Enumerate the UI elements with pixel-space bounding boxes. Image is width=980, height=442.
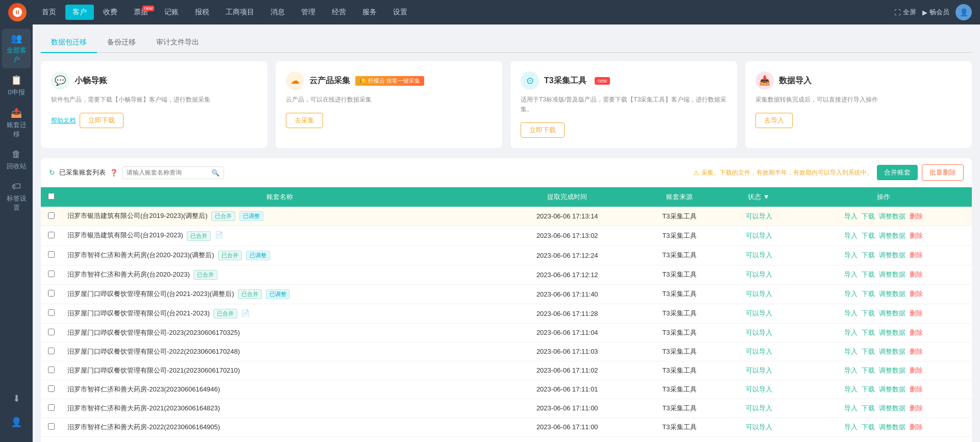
row-checkbox[interactable] [48, 366, 55, 373]
nav-item-business[interactable]: 工商项目 [218, 5, 261, 20]
action-删除[interactable]: 删除 [910, 271, 923, 278]
action-删除[interactable]: 删除 [910, 404, 923, 412]
nav-item-operation[interactable]: 经营 [325, 5, 353, 20]
row-checkbox[interactable] [48, 309, 55, 316]
action-调整数据[interactable]: 调整数据 [879, 348, 905, 355]
member-btn[interactable]: ▶ 畅会员 [922, 8, 949, 17]
action-调整数据[interactable]: 调整数据 [879, 329, 905, 336]
action-删除[interactable]: 删除 [910, 348, 923, 355]
action-删除[interactable]: 删除 [910, 423, 923, 431]
row-checkbox[interactable] [48, 423, 55, 430]
action-调整数据[interactable]: 调整数据 [879, 423, 905, 431]
row-checkbox[interactable] [48, 385, 55, 392]
row-checkbox[interactable] [48, 404, 55, 411]
sidebar-item-zero-report[interactable]: 📋 0申报 [2, 70, 31, 101]
nav-item-tax[interactable]: 报税 [188, 5, 216, 20]
go-collect-btn[interactable]: 去采集 [286, 113, 323, 128]
action-导入[interactable]: 导入 [844, 251, 857, 259]
go-import-btn[interactable]: 去导入 [755, 113, 793, 128]
action-下载[interactable]: 下载 [862, 309, 875, 317]
action-下载[interactable]: 下载 [862, 423, 875, 431]
action-删除[interactable]: 删除 [910, 251, 923, 259]
action-下载[interactable]: 下载 [862, 251, 875, 259]
nav-item-accounting[interactable]: 记账 [157, 5, 186, 20]
action-删除[interactable]: 删除 [910, 290, 923, 298]
action-下载[interactable]: 下载 [862, 329, 875, 336]
user-avatar[interactable]: 👤 [955, 4, 972, 20]
action-下载[interactable]: 下载 [862, 366, 875, 374]
action-调整数据[interactable]: 调整数据 [879, 366, 905, 374]
action-删除[interactable]: 删除 [910, 385, 923, 393]
col-checkbox[interactable] [41, 187, 61, 207]
sidebar-item-all-clients[interactable]: 👥 全部客户 [2, 29, 31, 68]
help-icon[interactable]: ❓ [110, 169, 118, 177]
action-导入[interactable]: 导入 [844, 423, 857, 431]
sidebar-item-recycle[interactable]: 🗑 回收站 [2, 145, 31, 175]
search-input[interactable] [127, 169, 209, 176]
action-导入[interactable]: 导入 [844, 212, 857, 220]
action-调整数据[interactable]: 调整数据 [879, 309, 905, 317]
sidebar-item-account-migration[interactable]: 📤 账套迁移 [2, 103, 31, 143]
action-导入[interactable]: 导入 [844, 348, 857, 355]
row-checkbox[interactable] [48, 232, 55, 238]
batch-delete-btn[interactable]: 批量删除 [922, 164, 964, 181]
action-删除[interactable]: 删除 [910, 232, 923, 239]
search-icon[interactable]: 🔍 [211, 169, 219, 177]
action-导入[interactable]: 导入 [844, 366, 857, 374]
download-now-btn[interactable]: 立即下载 [80, 113, 124, 128]
action-下载[interactable]: 下载 [862, 271, 875, 278]
nav-item-message[interactable]: 消息 [263, 5, 292, 20]
nav-item-settings[interactable]: 设置 [386, 5, 414, 20]
app-logo[interactable] [8, 3, 27, 21]
merge-account-btn[interactable]: 合并账套 [877, 165, 918, 180]
sidebar-item-tag-settings[interactable]: 🏷 标签设置 [2, 177, 31, 216]
action-删除[interactable]: 删除 [910, 212, 923, 220]
action-调整数据[interactable]: 调整数据 [879, 404, 905, 412]
sidebar-item-user[interactable]: 👤 [2, 412, 31, 432]
action-下载[interactable]: 下载 [862, 212, 875, 220]
action-导入[interactable]: 导入 [844, 385, 857, 393]
file-icon[interactable]: 📄 [241, 309, 250, 317]
help-doc-link[interactable]: 帮助文档 [51, 116, 76, 125]
tab-data-migration[interactable]: 数据包迁移 [41, 33, 97, 53]
action-删除[interactable]: 删除 [910, 329, 923, 336]
nav-item-invoice[interactable]: 票据new [127, 5, 155, 20]
fullscreen-btn[interactable]: ⛶ 全屏 [894, 8, 916, 17]
action-删除[interactable]: 删除 [910, 366, 923, 374]
action-下载[interactable]: 下载 [862, 290, 875, 298]
row-checkbox[interactable] [48, 348, 55, 354]
action-调整数据[interactable]: 调整数据 [879, 385, 905, 393]
row-checkbox[interactable] [48, 290, 55, 297]
t3-download-btn[interactable]: 立即下载 [521, 122, 565, 138]
action-下载[interactable]: 下载 [862, 232, 875, 239]
nav-item-billing[interactable]: 收费 [96, 5, 125, 20]
action-导入[interactable]: 导入 [844, 232, 857, 239]
nav-item-manage[interactable]: 管理 [294, 5, 323, 20]
refresh-icon[interactable]: ↻ [49, 168, 55, 177]
row-checkbox[interactable] [48, 271, 55, 277]
action-调整数据[interactable]: 调整数据 [879, 212, 905, 220]
action-下载[interactable]: 下载 [862, 385, 875, 393]
action-导入[interactable]: 导入 [844, 404, 857, 412]
select-all-checkbox[interactable] [48, 193, 55, 200]
tab-audit-export[interactable]: 审计文件导出 [146, 33, 209, 53]
action-调整数据[interactable]: 调整数据 [879, 251, 905, 259]
tab-backup-migration[interactable]: 备份迁移 [97, 33, 146, 53]
action-导入[interactable]: 导入 [844, 309, 857, 317]
action-调整数据[interactable]: 调整数据 [879, 271, 905, 278]
row-checkbox[interactable] [48, 329, 55, 335]
action-导入[interactable]: 导入 [844, 290, 857, 298]
action-调整数据[interactable]: 调整数据 [879, 290, 905, 298]
sidebar-item-download[interactable]: ⬇ [2, 389, 31, 408]
action-下载[interactable]: 下载 [862, 348, 875, 355]
col-status[interactable]: 状态 ▼ [723, 187, 795, 207]
action-调整数据[interactable]: 调整数据 [879, 232, 905, 239]
nav-item-home[interactable]: 首页 [35, 5, 63, 20]
file-icon[interactable]: 📄 [215, 231, 223, 239]
action-删除[interactable]: 删除 [910, 309, 923, 317]
action-导入[interactable]: 导入 [844, 329, 857, 336]
nav-item-customer[interactable]: 客户 [65, 5, 94, 20]
action-下载[interactable]: 下载 [862, 404, 875, 412]
row-checkbox[interactable] [48, 212, 55, 219]
action-导入[interactable]: 导入 [844, 271, 857, 278]
